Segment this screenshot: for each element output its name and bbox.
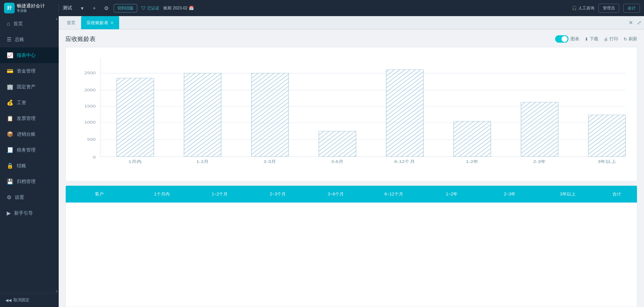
sidebar-item-funds[interactable]: 💳 资金管理 bbox=[0, 63, 59, 79]
sidebar-item-payroll-label: 工资 bbox=[17, 100, 26, 106]
tab-ar-aging[interactable]: 应收账龄表 ✕ bbox=[81, 16, 119, 29]
sidebar-item-tax-label: 税务管理 bbox=[17, 147, 36, 153]
refresh-button[interactable]: ↻ 刷新 bbox=[624, 36, 637, 42]
tabs-bar: 首页 应收账龄表 ✕ ✕ ⤢ bbox=[59, 16, 644, 30]
logo-area: 好 畅捷通好会计 专业版 bbox=[4, 3, 54, 13]
bar-3 bbox=[252, 73, 289, 157]
svg-text:2-3年: 2-3年 bbox=[533, 160, 546, 164]
certified-label: 已认证 bbox=[147, 5, 159, 11]
sidebar-item-home[interactable]: ⌂ 首页 bbox=[0, 16, 59, 32]
reports-icon: 📈 bbox=[7, 52, 13, 58]
sidebar-item-settings-label: 设置 bbox=[15, 194, 24, 201]
bar-4 bbox=[319, 131, 356, 157]
period-info: 账期 2023-02 📅 bbox=[163, 5, 194, 11]
period-value: 2023-02 bbox=[173, 6, 187, 10]
close-books-icon: 🔒 bbox=[7, 163, 13, 169]
main-layout: ▲ ⌂ 首页 ☰ 总账 📈 报表中心 💳 资金管理 🏢 固定资产 💰 工资 📋 … bbox=[0, 16, 644, 307]
svg-text:6-12个月: 6-12个月 bbox=[394, 160, 415, 164]
svg-text:1-2年: 1-2年 bbox=[466, 160, 479, 164]
download-label: 下载 bbox=[590, 36, 598, 42]
sidebar-item-payroll[interactable]: 💰 工资 bbox=[0, 95, 59, 111]
user-button[interactable]: 管理员 bbox=[598, 4, 619, 13]
sidebar-item-invoice-label: 发票管理 bbox=[17, 116, 36, 122]
svg-text:1-2月: 1-2月 bbox=[196, 160, 209, 164]
col-header-1-2y: 1~2年 bbox=[423, 186, 481, 203]
settings-icon[interactable]: ⚙ bbox=[102, 3, 111, 13]
download-icon: ⬇ bbox=[585, 37, 588, 42]
content-area: 首页 应收账龄表 ✕ ✕ ⤢ 应收账龄表 图表 bbox=[59, 16, 644, 307]
pin-label: 取消固定 bbox=[13, 297, 30, 303]
col-header-total: 合计 bbox=[597, 186, 637, 203]
logo-icon: 好 bbox=[4, 3, 15, 13]
tab-home[interactable]: 首页 bbox=[61, 16, 81, 29]
sidebar-item-trade[interactable]: 📦 进销台账 bbox=[0, 126, 59, 142]
sidebar-item-close-label: 结账 bbox=[17, 163, 26, 169]
sidebar-item-reports[interactable]: 📈 报表中心 bbox=[0, 47, 59, 63]
sidebar-item-ledger[interactable]: ☰ 总账 bbox=[0, 32, 59, 47]
sidebar-item-home-label: 首页 bbox=[13, 21, 23, 27]
svg-text:3年以上: 3年以上 bbox=[598, 160, 616, 164]
header-right: 🎧 人工咨询 管理员 会计 bbox=[572, 4, 640, 13]
chart-toggle-label: 图表 bbox=[571, 36, 579, 42]
sidebar-item-archive-label: 归档管理 bbox=[17, 179, 36, 185]
bar-7 bbox=[521, 102, 558, 157]
svg-text:1500: 1500 bbox=[84, 104, 96, 108]
sidebar-item-guide-label: 新手引导 bbox=[14, 210, 33, 216]
print-label: 打印 bbox=[609, 36, 618, 42]
guide-icon: ▶ bbox=[7, 210, 11, 216]
logo-name: 畅捷通好会计 bbox=[17, 3, 45, 9]
role-button[interactable]: 会计 bbox=[623, 4, 640, 13]
sidebar-item-assets[interactable]: 🏢 固定资产 bbox=[0, 79, 59, 95]
period-label: 账期 bbox=[163, 5, 171, 11]
sidebar-item-tax[interactable]: 🧾 税务管理 bbox=[0, 142, 59, 158]
tab-close-icon[interactable]: ✕ bbox=[110, 20, 114, 25]
invoice-icon: 📋 bbox=[7, 115, 13, 122]
sidebar: ▲ ⌂ 首页 ☰ 总账 📈 报表中心 💳 资金管理 🏢 固定资产 💰 工资 📋 … bbox=[0, 16, 59, 307]
ledger-icon: ☰ bbox=[7, 36, 11, 43]
svg-text:2500: 2500 bbox=[84, 71, 96, 75]
table-header: 客户 1个月内 1~2个月 2~3个月 3~6个月 6~12个月 1~2年 2~… bbox=[66, 186, 637, 203]
sidebar-item-close[interactable]: 🔒 结账 bbox=[0, 158, 59, 174]
bar-chart: 0 500 1000 1500 2000 2500 bbox=[72, 54, 630, 174]
sidebar-item-invoice[interactable]: 📋 发票管理 bbox=[0, 111, 59, 126]
tax-icon: 🧾 bbox=[7, 147, 13, 153]
sidebar-item-trade-label: 进销台账 bbox=[17, 131, 36, 137]
page-title: 应收账龄表 bbox=[65, 35, 96, 43]
expand-icon[interactable]: ⤢ bbox=[637, 19, 641, 26]
switch-old-version-button[interactable]: 切到旧版 bbox=[114, 4, 137, 12]
sidebar-pin-button[interactable]: ◀◀ 取消固定 bbox=[0, 293, 59, 307]
table-area: 客户 1个月内 1~2个月 2~3个月 3~6个月 6~12个月 1~2年 2~… bbox=[65, 185, 637, 307]
project-name: 测试 bbox=[63, 5, 72, 11]
close-window-icon[interactable]: ✕ bbox=[629, 19, 633, 26]
page-header: 应收账龄表 图表 ⬇ 下载 🖨 打印 ↻ bbox=[65, 35, 637, 43]
bar-6 bbox=[453, 121, 491, 157]
download-button[interactable]: ⬇ 下载 bbox=[585, 36, 598, 42]
assets-icon: 🏢 bbox=[7, 84, 13, 90]
chart-container: 0 500 1000 1500 2000 2500 bbox=[65, 47, 637, 181]
sidebar-item-guide[interactable]: ▶ 新手引导 bbox=[0, 205, 59, 221]
print-button[interactable]: 🖨 打印 bbox=[604, 36, 618, 42]
sidebar-item-archive[interactable]: 💾 归档管理 bbox=[0, 174, 59, 189]
svg-text:3-6月: 3-6月 bbox=[331, 160, 344, 164]
bar-1 bbox=[117, 78, 154, 157]
chart-toggle[interactable] bbox=[555, 35, 569, 43]
add-icon[interactable]: ＋ bbox=[90, 3, 99, 13]
refresh-icon: ↻ bbox=[624, 37, 627, 42]
calendar-icon[interactable]: 📅 bbox=[189, 6, 194, 10]
sidebar-scroll-up[interactable]: ▲ bbox=[55, 16, 59, 21]
sidebar-item-settings[interactable]: ⚙ 设置 bbox=[0, 189, 59, 205]
chart-toggle-area: 图表 bbox=[555, 35, 579, 43]
col-header-3-6m: 3~6个月 bbox=[307, 186, 365, 203]
consult-button[interactable]: 🎧 人工咨询 bbox=[572, 5, 594, 11]
dropdown-icon[interactable]: ▾ bbox=[77, 3, 87, 13]
sidebar-item-ledger-label: 总账 bbox=[15, 37, 24, 43]
certified-badge: 🛡 已认证 bbox=[141, 5, 159, 11]
pin-icon: ◀◀ bbox=[5, 298, 11, 303]
archive-icon: 💾 bbox=[7, 178, 13, 185]
refresh-label: 刷新 bbox=[629, 36, 637, 42]
svg-text:0: 0 bbox=[93, 155, 96, 159]
col-header-1-2m: 1~2个月 bbox=[191, 186, 249, 203]
logo-text-area: 畅捷通好会计 专业版 bbox=[17, 3, 45, 13]
col-header-6-12m: 6~12个月 bbox=[365, 186, 423, 203]
col-header-2-3y: 2~3年 bbox=[481, 186, 539, 203]
